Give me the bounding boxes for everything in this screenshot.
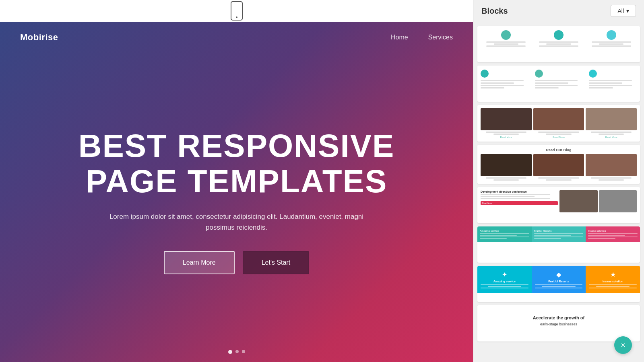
photo-thumb-2 <box>533 108 584 130</box>
ci-icon-3: ★ <box>610 271 616 278</box>
block-thumb-icon-grid[interactable] <box>477 26 640 62</box>
ci-icon-2: ◆ <box>556 271 561 278</box>
blog-card-1 <box>481 154 532 181</box>
editor-area: Mobirise Home Services BEST RESPONSIVE P… <box>0 0 473 362</box>
photo-card-2: Read More <box>533 108 584 138</box>
photo-card-3: Read More <box>586 108 637 138</box>
chevron-down-icon: ▾ <box>626 8 629 14</box>
icon-circle-3 <box>607 30 616 40</box>
feature-col-3: Insane solution <box>586 226 640 242</box>
canvas: Mobirise Home Services BEST RESPONSIVE P… <box>0 22 473 362</box>
article-photo-2 <box>599 190 637 212</box>
blocks-filter-button[interactable]: All ▾ <box>611 5 636 17</box>
site-logo: Mobirise <box>20 32 58 43</box>
nav-link-home[interactable]: Home <box>391 34 408 41</box>
feature-col-2: Fruitful Results <box>532 226 586 242</box>
device-home-button <box>236 16 237 18</box>
slider-dot-2[interactable] <box>235 350 239 353</box>
filter-all-label: All <box>617 8 624 14</box>
toolbar <box>0 0 473 22</box>
block-thumb-colored-icons[interactable]: ✦ Amazing service ◆ Fruitful Results <box>477 266 640 302</box>
hero-buttons: Learn More Let's Start <box>164 251 309 274</box>
blocks-title: Blocks <box>481 6 508 16</box>
hero-section: Mobirise Home Services BEST RESPONSIVE P… <box>0 22 473 362</box>
lets-start-button[interactable]: Let's Start <box>243 251 310 274</box>
slider-dots <box>0 350 473 362</box>
block-thumb-article[interactable]: Development direction conference Read Mo… <box>477 187 640 223</box>
block-cell-2 <box>534 30 584 47</box>
mobile-device-icon[interactable] <box>231 1 243 21</box>
card-icon-2 <box>535 70 543 78</box>
blocks-header: Blocks All ▾ <box>473 0 644 22</box>
color-card-1 <box>477 66 532 93</box>
blocks-list[interactable]: Read More Read More Read More Read Our B… <box>473 22 644 362</box>
ci-icon-1: ✦ <box>502 271 507 278</box>
color-card-3 <box>586 66 640 93</box>
blog-card-3 <box>586 154 637 181</box>
learn-more-button[interactable]: Learn More <box>164 251 235 274</box>
toolbar-center <box>231 1 243 21</box>
color-card-2 <box>532 66 586 93</box>
blog-card-2 <box>533 154 584 181</box>
hero-subtitle: Lorem ipsum dolor sit amet, consectetur … <box>96 211 378 233</box>
close-button[interactable]: × <box>614 336 632 354</box>
feature-col-1: Amazing service <box>477 226 532 242</box>
block-thumb-photo-cards[interactable]: Read More Read More Read More <box>477 105 640 142</box>
block-thumb-feature-colors[interactable]: Amazing service Fruitful Results <box>477 226 640 263</box>
icon-circle-2 <box>554 30 564 40</box>
nav-link-services[interactable]: Services <box>428 34 453 41</box>
slider-dot-1[interactable] <box>228 350 232 354</box>
slider-dot-3[interactable] <box>242 350 245 353</box>
blog-photo-3 <box>586 154 637 176</box>
growth-text: early-stage businesses <box>533 322 584 327</box>
blog-photo-1 <box>481 154 532 176</box>
card-icon-3 <box>589 70 597 78</box>
article-text: Development direction conference Read Mo… <box>481 190 558 212</box>
blocks-panel: Blocks All ▾ <box>473 0 644 362</box>
ci-col-3: ★ Insane solution <box>586 266 640 293</box>
block-thumb-growth[interactable]: Accelerate the growth of early-stage bus… <box>477 305 640 341</box>
article-photo-1 <box>559 190 598 212</box>
block-thumb-color-cards[interactable] <box>477 66 640 102</box>
photo-thumb-1 <box>481 108 532 130</box>
blog-section-title: Read Our Blog <box>481 148 637 152</box>
hero-content: BEST RESPONSIVE PAGE TEMPLATES Lorem ips… <box>0 53 473 350</box>
navigation: Mobirise Home Services <box>0 22 473 53</box>
nav-links: Home Services <box>391 34 453 41</box>
card-icon-1 <box>481 70 489 78</box>
hero-title: BEST RESPONSIVE PAGE TEMPLATES <box>78 128 395 199</box>
photo-card-1: Read More <box>481 108 532 138</box>
ci-col-1: ✦ Amazing service <box>477 266 532 293</box>
growth-title: Accelerate the growth of <box>533 315 584 320</box>
photo-thumb-3 <box>586 108 637 130</box>
blog-photo-2 <box>533 154 584 176</box>
block-cell-3 <box>586 30 636 47</box>
block-cell-1 <box>481 30 531 47</box>
icon-circle-1 <box>501 30 511 40</box>
block-thumb-blog[interactable]: Read Our Blog <box>477 145 640 184</box>
article-photos <box>559 190 637 212</box>
ci-col-2: ◆ Fruitful Results <box>532 266 586 293</box>
